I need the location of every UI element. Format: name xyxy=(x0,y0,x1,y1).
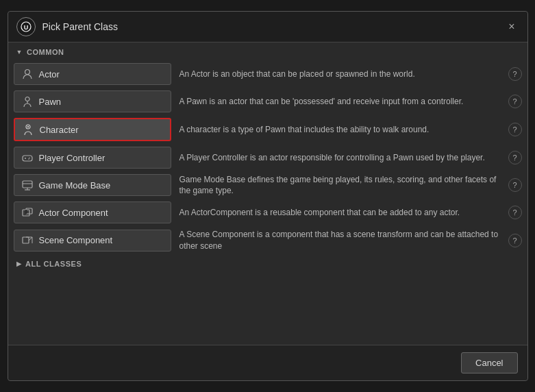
dialog-footer: Cancel xyxy=(8,345,527,380)
class-row: Scene ComponentA Scene Component is a co… xyxy=(14,226,522,254)
class-btn-player-controller[interactable]: Player Controller xyxy=(14,147,171,169)
all-classes-section-header[interactable]: ▶ ALL CLASSES xyxy=(8,254,527,272)
dialog-title: Pick Parent Class xyxy=(42,21,118,32)
class-label-game-mode-base: Game Mode Base xyxy=(39,180,111,191)
class-label-character: Character xyxy=(40,125,79,135)
class-label-scene-component: Scene Component xyxy=(39,235,113,245)
svg-point-10 xyxy=(29,158,30,159)
class-desc-game-mode-base: Game Mode Base defines the game being pl… xyxy=(171,174,508,196)
controller-icon xyxy=(21,151,34,164)
svg-point-2 xyxy=(25,70,29,75)
help-btn-actor-component[interactable]: ? xyxy=(508,206,522,219)
all-classes-arrow: ▶ xyxy=(16,260,22,267)
pick-parent-class-dialog: U Pick Parent Class × ▼ COMMON ActorAn A… xyxy=(8,11,528,381)
help-btn-game-mode-base[interactable]: ? xyxy=(508,178,522,192)
all-classes-label: ALL CLASSES xyxy=(25,260,82,268)
class-desc-scene-component: A Scene Component is a component that ha… xyxy=(171,229,508,251)
svg-point-3 xyxy=(25,97,29,101)
class-label-actor-component: Actor Component xyxy=(39,208,108,218)
svg-point-11 xyxy=(28,158,29,160)
svg-rect-7 xyxy=(23,156,32,161)
help-btn-player-controller[interactable]: ? xyxy=(508,151,522,164)
svg-rect-19 xyxy=(23,237,29,243)
common-section-arrow: ▼ xyxy=(16,49,23,56)
pawn-icon xyxy=(21,95,34,108)
class-btn-scene-component[interactable]: Scene Component xyxy=(14,230,171,252)
help-btn-character[interactable]: ? xyxy=(508,123,522,136)
class-btn-pawn[interactable]: Pawn xyxy=(14,90,171,112)
svg-rect-12 xyxy=(23,181,32,188)
svg-point-6 xyxy=(27,126,28,127)
component-icon xyxy=(21,206,34,219)
class-row: Actor ComponentAn ActorComponent is a re… xyxy=(14,199,522,226)
class-desc-actor: An Actor is an object that can be placed… xyxy=(171,69,508,79)
common-section-header[interactable]: ▼ COMMON xyxy=(8,42,527,60)
class-label-actor: Actor xyxy=(39,69,60,79)
class-label-player-controller: Player Controller xyxy=(39,153,105,163)
common-section-label: COMMON xyxy=(27,48,64,56)
content-area: ▼ COMMON ActorAn Actor is an object that… xyxy=(8,42,527,345)
scene-icon xyxy=(21,234,34,247)
class-btn-actor[interactable]: Actor xyxy=(14,63,171,85)
title-bar: U Pick Parent Class × xyxy=(8,12,527,42)
class-row: CharacterA character is a type of Pawn t… xyxy=(14,115,522,144)
ue-logo: U xyxy=(16,17,36,36)
class-btn-character[interactable]: Character xyxy=(14,118,171,141)
help-btn-actor[interactable]: ? xyxy=(508,67,522,81)
class-row: PawnA Pawn is an actor that can be 'poss… xyxy=(14,88,522,115)
svg-text:U: U xyxy=(23,24,28,31)
class-desc-character: A character is a type of Pawn that inclu… xyxy=(171,124,508,135)
actor-icon xyxy=(21,68,34,80)
gamemode-icon xyxy=(21,179,34,191)
class-row: ActorAn Actor is an object that can be p… xyxy=(14,60,522,88)
class-desc-player-controller: A Player Controller is an actor responsi… xyxy=(171,152,508,163)
close-button[interactable]: × xyxy=(504,19,519,34)
common-class-list: ActorAn Actor is an object that can be p… xyxy=(8,60,527,254)
title-bar-left: U Pick Parent Class xyxy=(16,17,118,36)
svg-line-22 xyxy=(29,237,32,241)
class-label-pawn: Pawn xyxy=(39,97,62,107)
help-btn-scene-component[interactable]: ? xyxy=(508,234,522,247)
class-row: Player ControllerA Player Controller is … xyxy=(14,144,522,171)
help-btn-pawn[interactable]: ? xyxy=(508,95,522,108)
class-btn-game-mode-base[interactable]: Game Mode Base xyxy=(14,174,171,196)
cancel-button[interactable]: Cancel xyxy=(461,352,517,373)
character-icon xyxy=(22,123,34,136)
class-btn-actor-component[interactable]: Actor Component xyxy=(14,201,171,223)
class-row: Game Mode BaseGame Mode Base defines the… xyxy=(14,171,522,199)
class-desc-pawn: A Pawn is an actor that can be 'possesse… xyxy=(171,96,508,107)
class-desc-actor-component: An ActorComponent is a reusable componen… xyxy=(171,207,508,218)
